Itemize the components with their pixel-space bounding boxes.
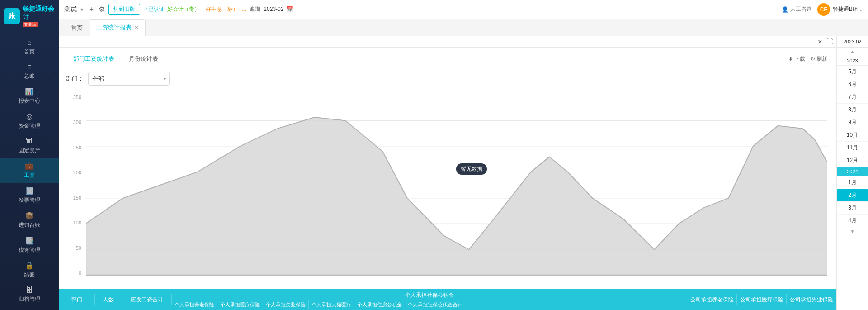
download-icon: ⬇ bbox=[788, 56, 793, 62]
topbar-right: 👤 人工咨询 CE 轻捷通B组... bbox=[782, 3, 863, 16]
rp-up-arrow[interactable]: ▲ bbox=[849, 48, 857, 56]
tab-close-icon[interactable]: ✕ bbox=[134, 24, 139, 31]
topbar-title: 测试 bbox=[64, 5, 77, 14]
subtab-monthly[interactable]: 月份统计表 bbox=[122, 51, 165, 67]
dept-select-wrapper: 全部 ▾ bbox=[88, 72, 170, 86]
rp-month-12[interactable]: 12月 bbox=[837, 154, 868, 167]
sidebar-item-label: 结账 bbox=[24, 271, 35, 279]
sidebar-item-asset[interactable]: 🏛 固定资产 bbox=[0, 134, 59, 158]
rp-month-8[interactable]: 8月 bbox=[837, 104, 868, 116]
tab-salary-label: 工资统计报表 bbox=[96, 24, 132, 32]
th-total-salary: 应发工资合计 bbox=[122, 294, 172, 305]
sidebar-item-ledger[interactable]: ≡ 总账 bbox=[0, 59, 59, 84]
chart-svg-wrapper: 暂无数据 bbox=[86, 95, 827, 276]
panel-controls: ✕ ⛶ bbox=[59, 36, 836, 48]
sidebar-item-label: 进销台账 bbox=[19, 221, 40, 229]
tab-salary-report[interactable]: 工资统计报表 ✕ bbox=[90, 19, 146, 36]
close-period-icon: 🔒 bbox=[25, 261, 34, 270]
sidebar-item-purchase[interactable]: 📦 进销台账 bbox=[0, 208, 59, 233]
period-value: 2023-02 bbox=[264, 6, 283, 12]
th-personal-unemployment: 个人承担失业保险 bbox=[263, 300, 309, 309]
rp-month-9[interactable]: 9月 bbox=[837, 116, 868, 129]
sidebar-item-invoice[interactable]: 🧾 发票管理 bbox=[0, 183, 59, 208]
table-header: 部门 人数 应发工资合计 个人承担社保公积金 个人承担养老保险 bbox=[59, 289, 836, 310]
sidebar-item-label: 发票管理 bbox=[19, 196, 40, 204]
download-button[interactable]: ⬇ 下载 bbox=[788, 55, 805, 63]
rp-month-11[interactable]: 11月 bbox=[837, 142, 868, 154]
logo-icon: 账 bbox=[4, 8, 20, 24]
gear-icon[interactable]: ⚙ bbox=[99, 5, 105, 14]
chart-area: 350 300 250 200 150 100 50 0 bbox=[59, 90, 836, 289]
line-chart bbox=[86, 95, 827, 276]
sidebar-logo: 账 畅捷通好会计 专业版 bbox=[0, 0, 59, 33]
sidebar-item-home[interactable]: ⌂ 首页 bbox=[0, 35, 59, 59]
right-date-panel: 2023.02 ▲ 2023 5月 6月 7月 8月 9月 10月 11月 12… bbox=[836, 36, 868, 310]
th-company-pension: 公司承担养老保险 bbox=[687, 294, 737, 305]
expand-panel-icon[interactable]: ⛶ bbox=[826, 38, 833, 45]
rp-month-2[interactable]: 2月 bbox=[837, 189, 868, 202]
dept-select[interactable]: 全部 bbox=[88, 72, 170, 86]
sidebar-nav: ⌂ 首页 ≡ 总账 📊 报表中心 ◎ 资金管理 🏛 固定资产 💼 工资 🧾 发票… bbox=[0, 33, 59, 310]
sidebar: 账 畅捷通好会计 专业版 ⌂ 首页 ≡ 总账 📊 报表中心 ◎ 资金管理 🏛 固… bbox=[0, 0, 59, 310]
sidebar-item-report[interactable]: 📊 报表中心 bbox=[0, 84, 59, 109]
archive-icon: 🗄 bbox=[26, 286, 33, 294]
th-personal-medical: 个人承担医疗保险 bbox=[217, 300, 263, 309]
refresh-button[interactable]: ↻ 刷新 bbox=[811, 55, 827, 63]
subtabs: 部门工资统计表 月份统计表 ⬇ 下载 ↻ 刷新 bbox=[59, 48, 836, 67]
rp-current-date: 2023.02 bbox=[837, 36, 868, 48]
edition-badge: 专业版 bbox=[23, 22, 38, 27]
main-area: 测试 ▾ ＋ ⚙ 切到旧版 ✓已认证 好会计（专） +好生意（标）+… 账期 2… bbox=[59, 0, 868, 310]
sidebar-item-label: 归档管理 bbox=[19, 296, 40, 303]
th-personal-pension: 个人承担养老保险 bbox=[172, 300, 217, 309]
rp-year-2023[interactable]: 2023 bbox=[837, 56, 868, 66]
calendar-icon[interactable]: 📅 bbox=[286, 6, 293, 13]
tab-home[interactable]: 首页 bbox=[64, 20, 90, 36]
sidebar-item-close[interactable]: 🔒 结账 bbox=[0, 258, 59, 282]
dropdown-arrow-icon[interactable]: ▾ bbox=[80, 6, 83, 13]
rp-month-7[interactable]: 7月 bbox=[837, 91, 868, 104]
home-icon: ⌂ bbox=[27, 38, 32, 47]
tax-icon: 📑 bbox=[25, 236, 34, 245]
refresh-icon: ↻ bbox=[811, 56, 815, 62]
biz-tag: +好生意（标）+… bbox=[203, 5, 247, 13]
topbar: 测试 ▾ ＋ ⚙ 切到旧版 ✓已认证 好会计（专） +好生意（标）+… 账期 2… bbox=[59, 0, 868, 19]
chart-container: 350 300 250 200 150 100 50 0 bbox=[66, 95, 829, 285]
th-personal-big-medical: 个人承担大额医疗 bbox=[309, 300, 354, 309]
purchase-icon: 📦 bbox=[25, 211, 34, 220]
sidebar-item-archive[interactable]: 🗄 归档管理 bbox=[0, 282, 59, 307]
add-icon[interactable]: ＋ bbox=[88, 5, 95, 14]
th-company-unemployment: 公司承担失业保险 bbox=[787, 294, 836, 305]
report-icon: 📊 bbox=[25, 87, 34, 96]
rp-month-4[interactable]: 4月 bbox=[837, 215, 868, 227]
filter-row: 部门： 全部 ▾ bbox=[59, 67, 836, 90]
user-menu[interactable]: CE 轻捷通B组... bbox=[817, 3, 863, 16]
y-axis: 350 300 250 200 150 100 50 0 bbox=[66, 95, 84, 276]
sidebar-item-settings[interactable]: ⚙ 设置 bbox=[0, 307, 59, 310]
rp-month-3[interactable]: 3月 bbox=[837, 202, 868, 215]
subtab-dept-label: 部门工资统计表 bbox=[73, 55, 114, 62]
th-headcount: 人数 bbox=[95, 294, 122, 305]
username-label: 轻捷通B组... bbox=[833, 5, 863, 13]
main-panel: ✕ ⛶ 部门工资统计表 月份统计表 ⬇ 下载 bbox=[59, 36, 836, 310]
sidebar-item-tax[interactable]: 📑 税务管理 bbox=[0, 233, 59, 258]
content-area: ✕ ⛶ 部门工资统计表 月份统计表 ⬇ 下载 bbox=[59, 36, 868, 310]
th-personal-group: 个人承担社保公积金 个人承担养老保险 个人承担医疗保险 个人承担失业保险 个人承… bbox=[172, 291, 687, 309]
close-panel-icon[interactable]: ✕ bbox=[817, 38, 823, 45]
service-button[interactable]: 👤 人工咨询 bbox=[782, 5, 812, 13]
th-personal-total: 个人承担社保公积金合计 bbox=[405, 300, 465, 309]
subtab-dept[interactable]: 部门工资统计表 bbox=[66, 51, 122, 67]
sidebar-item-salary[interactable]: 💼 工资 bbox=[0, 158, 59, 183]
rp-month-5[interactable]: 5月 bbox=[837, 66, 868, 78]
rp-month-1[interactable]: 1月 bbox=[837, 176, 868, 189]
rp-month-6[interactable]: 6月 bbox=[837, 78, 868, 91]
rp-year-2024[interactable]: 2024 bbox=[837, 167, 868, 176]
fund-icon: ◎ bbox=[26, 112, 33, 121]
asset-icon: 🏛 bbox=[26, 137, 33, 145]
switch-old-button[interactable]: 切到旧版 bbox=[108, 4, 140, 15]
sidebar-item-fund[interactable]: ◎ 资金管理 bbox=[0, 109, 59, 134]
rp-down-arrow[interactable]: ▼ bbox=[849, 227, 857, 236]
sidebar-item-label: 工资 bbox=[24, 172, 35, 179]
download-label: 下载 bbox=[794, 55, 805, 63]
rp-month-10[interactable]: 10月 bbox=[837, 129, 868, 142]
th-dept: 部门 bbox=[59, 294, 95, 305]
